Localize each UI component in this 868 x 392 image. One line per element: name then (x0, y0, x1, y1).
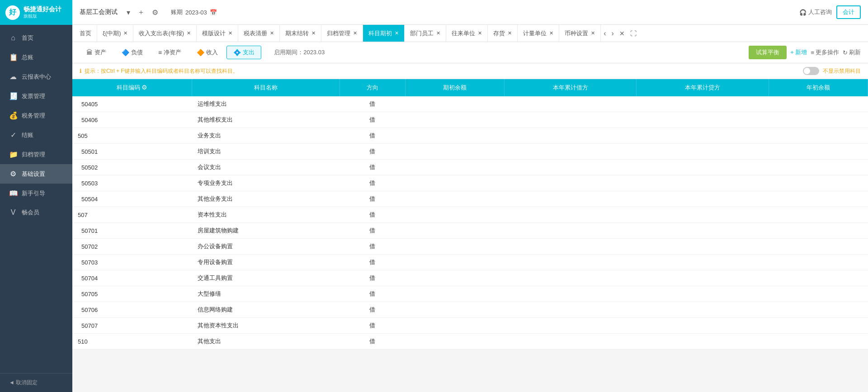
subtab-收入[interactable]: 🔶收入 (190, 46, 225, 59)
table-row[interactable]: 50702 办公设备购置 借 (72, 239, 868, 255)
table-wrap[interactable]: 科目编码 ⚙ 科目名称 方向 期初余额 本年累计借方 本年累计贷方 年初余额 5… (72, 79, 868, 392)
sidebar-footer[interactable]: ◄ 取消固定 (0, 373, 72, 392)
subtab-icon-0: 🏛 (86, 49, 93, 56)
tab-close-8[interactable]: ✕ (436, 30, 440, 36)
tab-5[interactable]: 期末结转✕ (280, 25, 321, 42)
more-btn[interactable]: ≡ 更多操作 (811, 48, 839, 57)
table-row[interactable]: 50706 信息网络购建 借 (72, 302, 868, 318)
nav-label-guide: 新手引导 (22, 189, 45, 198)
tab-close-12[interactable]: ✕ (591, 30, 595, 36)
period-label: 账期 (171, 8, 183, 16)
table-row[interactable]: 50502 会议支出 借 (72, 160, 868, 175)
disable-toggle[interactable] (803, 67, 819, 75)
table-row[interactable]: 507 资本性支出 借 (72, 207, 868, 223)
subtab-bar: 🏛资产🔷负债≡净资产🔶收入💠支出启用期间：2023.03 试算平衡 + 新增 ≡… (72, 42, 868, 63)
subtab-负债[interactable]: 🔷负债 (115, 46, 150, 59)
cell-ytd-debit-14 (504, 318, 637, 334)
cell-code-8: 50701 (72, 223, 192, 239)
sidebar-item-archive[interactable]: 📁归档管理 (0, 145, 72, 164)
tab-close-3[interactable]: ✕ (228, 30, 232, 36)
cell-name-12: 大型修缮 (192, 286, 340, 302)
tab-11[interactable]: 计量单位✕ (518, 25, 559, 42)
tab-label-7: 科目期初 (368, 29, 392, 38)
sidebar-item-invoice[interactable]: 🧾发票管理 (0, 86, 72, 106)
tab-6[interactable]: 归档管理✕ (321, 25, 363, 42)
table-row[interactable]: 50703 专用设备购置 借 (72, 255, 868, 270)
sidebar-item-tax[interactable]: 💰税务管理 (0, 106, 72, 125)
tab-4[interactable]: 税表清册✕ (238, 25, 280, 42)
table-row[interactable]: 50501 培训支出 借 (72, 144, 868, 160)
subtab-支出[interactable]: 💠支出 (226, 46, 261, 59)
cell-year-opening-12 (769, 286, 868, 302)
company-name: 基层工会测试 (80, 8, 118, 16)
table-row[interactable]: 510 其他支出 借 (72, 334, 868, 349)
cell-name-4: 会议支出 (192, 160, 340, 175)
nav-label-reports: 云报表中心 (22, 73, 51, 81)
nav-icon-guide: 📖 (9, 189, 17, 198)
sidebar-item-home[interactable]: ⌂首页 (0, 28, 72, 47)
subtab-资产[interactable]: 🏛资产 (80, 46, 113, 59)
table-row[interactable]: 50405 运维维支出 借 (72, 96, 868, 112)
sidebar-item-ledger[interactable]: 📋总账 (0, 47, 72, 67)
subtab-净资产[interactable]: ≡净资产 (151, 46, 188, 59)
calc-balance-btn[interactable]: 试算平衡 (749, 46, 787, 59)
tab-3[interactable]: 模版设计✕ (197, 25, 238, 42)
tab-2[interactable]: 收入支出表(年报)✕ (133, 25, 197, 42)
table-header-row: 科目编码 ⚙ 科目名称 方向 期初余额 本年累计借方 本年累计贷方 年初余额 (72, 79, 868, 96)
table-row[interactable]: 50705 大型修缮 借 (72, 286, 868, 302)
add-company-btn[interactable]: ＋ (136, 6, 146, 19)
sidebar-item-member[interactable]: V畅会员 (0, 203, 72, 222)
tab-close-6[interactable]: ✕ (353, 30, 357, 36)
tab-close-5[interactable]: ✕ (311, 30, 316, 36)
tab-8[interactable]: 部门员工✕ (405, 25, 446, 42)
cell-ytd-debit-7 (504, 207, 637, 223)
cell-name-1: 其他维权支出 (192, 112, 340, 128)
calendar-icon[interactable]: 📅 (210, 9, 217, 16)
sidebar-item-guide[interactable]: 📖新手引导 (0, 184, 72, 203)
cell-dir-8: 借 (340, 223, 405, 239)
col-settings-icon[interactable]: ⚙ (142, 84, 147, 91)
tab-close-all-btn[interactable]: ✕ (617, 30, 627, 37)
help-btn[interactable]: 🎧 人工咨询 (799, 8, 832, 16)
tab-close-7[interactable]: ✕ (395, 30, 399, 36)
tab-9[interactable]: 往来单位✕ (446, 25, 488, 42)
table-row[interactable]: 50504 其他业务支出 借 (72, 191, 868, 207)
col-code-label: 科目编码 (117, 84, 140, 91)
sidebar-item-reports[interactable]: ☁云报表中心 (0, 67, 72, 86)
tab-7[interactable]: 科目期初✕ (363, 25, 405, 42)
tab-12[interactable]: 币种设置✕ (559, 25, 601, 42)
account-btn[interactable]: 会计 (836, 5, 861, 19)
tab-close-11[interactable]: ✕ (549, 30, 553, 36)
sidebar-item-closing[interactable]: ✓结账 (0, 125, 72, 145)
refresh-btn[interactable]: ↻ 刷新 (843, 48, 861, 57)
tab-0[interactable]: 首页 (74, 25, 97, 42)
add-btn[interactable]: + 新增 (790, 48, 807, 57)
cell-dir-0: 借 (340, 96, 405, 112)
period-value: 2023-03 (185, 9, 207, 16)
table-row[interactable]: 50406 其他维权支出 借 (72, 112, 868, 128)
table-row[interactable]: 50704 交通工具购置 借 (72, 270, 868, 286)
nav-icon-member: V (9, 208, 17, 217)
tab-close-1[interactable]: ✕ (123, 30, 127, 36)
settings-btn[interactable]: ⚙ (150, 6, 160, 19)
tab-expand-btn[interactable]: ⛶ (627, 30, 639, 37)
tab-1[interactable]: ξ(中期)✕ (97, 25, 133, 42)
help-label: 人工咨询 (808, 8, 832, 16)
table-row[interactable]: 50707 其他资本性支出 借 (72, 318, 868, 334)
tip-text: 提示：按Ctrl + F键并输入科目编码或者科目名称可以查找科目。 (85, 67, 238, 75)
nav-icon-home: ⌂ (9, 34, 17, 42)
company-dropdown-btn[interactable]: ▾ (125, 6, 132, 19)
tab-close-4[interactable]: ✕ (270, 30, 274, 36)
tab-close-2[interactable]: ✕ (187, 30, 191, 36)
table-row[interactable]: 505 业务支出 借 (72, 128, 868, 144)
tab-prev-btn[interactable]: ‹ (601, 29, 609, 38)
tab-10[interactable]: 存货✕ (488, 25, 518, 42)
cell-ytd-debit-11 (504, 270, 637, 286)
sidebar-item-settings[interactable]: ⚙基础设置 (0, 164, 72, 184)
cell-opening-1 (405, 112, 504, 128)
tab-close-10[interactable]: ✕ (508, 30, 512, 36)
table-row[interactable]: 50503 专项业务支出 借 (72, 175, 868, 191)
tab-next-btn[interactable]: › (609, 29, 616, 38)
table-row[interactable]: 50701 房屋建筑物购建 借 (72, 223, 868, 239)
tab-close-9[interactable]: ✕ (478, 30, 482, 36)
